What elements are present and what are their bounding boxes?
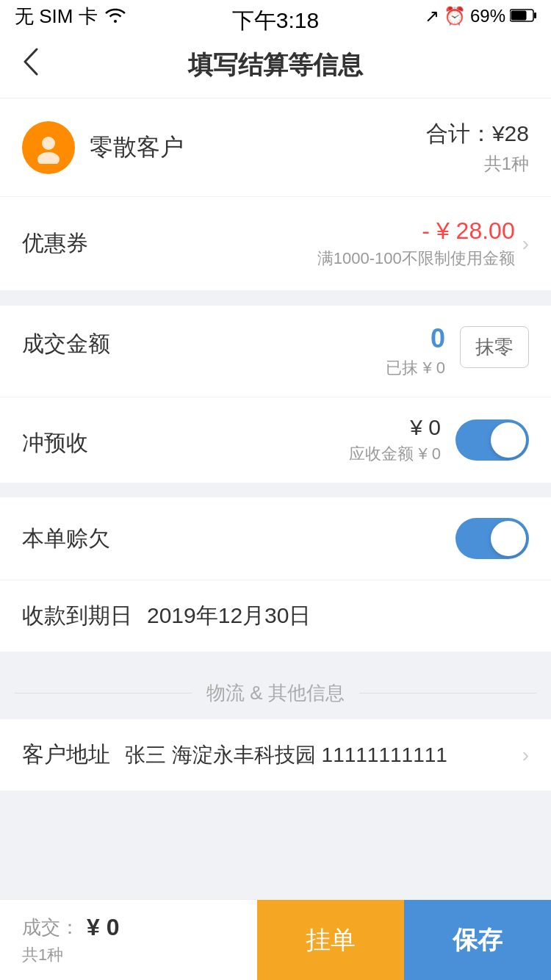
round-button[interactable]: 抹零 bbox=[460, 326, 529, 368]
coupon-right: - ¥ 28.00 满1000-100不限制使用金额 › bbox=[317, 217, 529, 270]
svg-point-4 bbox=[37, 152, 60, 164]
amount-sub: 已抹 ¥ 0 bbox=[386, 357, 445, 379]
duedate-label: 收款到期日 bbox=[22, 601, 132, 631]
coupon-desc: 满1000-100不限制使用金额 bbox=[317, 248, 515, 270]
toggle-knob bbox=[491, 422, 526, 458]
coupon-info: - ¥ 28.00 满1000-100不限制使用金额 bbox=[317, 217, 515, 270]
bottom-trade: 成交： ¥ 0 bbox=[22, 914, 235, 941]
location-icon: ↗ bbox=[425, 6, 439, 26]
main-content: 零散客户 合计：¥28 共1种 优惠券 - ¥ 28.00 满1000-100不… bbox=[0, 98, 551, 879]
customer-row: 零散客户 合计：¥28 共1种 bbox=[0, 98, 551, 196]
transaction-section: 成交金额 0 已抹 ¥ 0 抹零 冲预收 ¥ 0 应收金额 ¥ 0 bbox=[0, 305, 551, 483]
hold-button[interactable]: 挂单 bbox=[257, 900, 404, 981]
coupon-row[interactable]: 优惠券 - ¥ 28.00 满1000-100不限制使用金额 › bbox=[0, 196, 551, 290]
address-row[interactable]: 客户地址 张三 海淀永丰科技园 11111111111 › bbox=[0, 719, 551, 790]
customer-left: 零散客户 bbox=[22, 121, 184, 174]
battery-text: 69% bbox=[470, 6, 505, 26]
coupon-label: 优惠券 bbox=[22, 228, 88, 259]
credit-section: 本单赊欠 收款到期日 2019年12月30日 bbox=[0, 497, 551, 652]
svg-rect-1 bbox=[534, 12, 536, 18]
prereceive-info: ¥ 0 应收金额 ¥ 0 bbox=[349, 415, 441, 465]
divider-3 bbox=[0, 652, 551, 666]
credit-label: 本单赊欠 bbox=[22, 524, 110, 554]
total-amount: 合计：¥28 bbox=[426, 119, 529, 149]
total-count: 共1种 bbox=[426, 152, 529, 176]
customer-right: 合计：¥28 共1种 bbox=[426, 119, 529, 176]
wifi-icon bbox=[105, 5, 126, 28]
svg-rect-2 bbox=[511, 11, 527, 21]
duedate-row[interactable]: 收款到期日 2019年12月30日 bbox=[0, 580, 551, 652]
amount-label: 成交金额 bbox=[22, 323, 110, 359]
carrier-text: 无 SIM 卡 bbox=[15, 4, 98, 29]
nav-bar: 填写结算等信息 bbox=[0, 32, 551, 98]
credit-toggle[interactable] bbox=[455, 518, 529, 559]
address-label: 客户地址 bbox=[22, 740, 110, 770]
page-title: 填写结算等信息 bbox=[66, 48, 485, 82]
bottom-trade-amount: ¥ 0 bbox=[87, 914, 119, 941]
prereceive-amount: ¥ 0 bbox=[349, 415, 441, 440]
amount-value[interactable]: 0 bbox=[386, 323, 445, 354]
amount-row: 成交金额 0 已抹 ¥ 0 抹零 bbox=[0, 305, 551, 397]
credit-toggle-knob bbox=[491, 521, 526, 556]
amount-value-wrap: 0 已抹 ¥ 0 bbox=[386, 323, 445, 379]
avatar bbox=[22, 121, 75, 174]
prereceive-sub: 应收金额 ¥ 0 bbox=[349, 443, 441, 465]
customer-name: 零散客户 bbox=[90, 131, 184, 164]
prereceive-label: 冲预收 bbox=[22, 422, 88, 458]
logistics-divider: 物流 & 其他信息 bbox=[0, 666, 551, 719]
bottom-info: 成交： ¥ 0 共1种 bbox=[0, 914, 257, 966]
divider-2 bbox=[0, 483, 551, 497]
divider-1 bbox=[0, 290, 551, 305]
coupon-amount: - ¥ 28.00 bbox=[317, 217, 515, 245]
save-button[interactable]: 保存 bbox=[404, 900, 551, 981]
back-button[interactable] bbox=[22, 48, 66, 82]
address-chevron-icon: › bbox=[522, 743, 529, 767]
prereceive-toggle[interactable] bbox=[455, 419, 529, 461]
prereceive-right: ¥ 0 应收金额 ¥ 0 bbox=[349, 415, 529, 465]
duedate-content: 收款到期日 2019年12月30日 bbox=[22, 601, 529, 631]
alarm-icon: ⏰ bbox=[444, 6, 466, 26]
chevron-right-icon: › bbox=[522, 232, 529, 256]
logistics-line-right bbox=[359, 693, 536, 693]
address-value: 张三 海淀永丰科技园 11111111111 bbox=[125, 741, 522, 769]
status-time: 下午3:18 bbox=[232, 6, 319, 36]
status-left: 无 SIM 卡 bbox=[15, 4, 126, 29]
logistics-text: 物流 & 其他信息 bbox=[206, 680, 345, 706]
duedate-value: 2019年12月30日 bbox=[147, 601, 311, 631]
bottom-trade-label: 成交： bbox=[22, 915, 79, 940]
status-bar: 无 SIM 卡 下午3:18 ↗ ⏰ 69% bbox=[0, 0, 551, 32]
credit-row: 本单赊欠 bbox=[0, 497, 551, 580]
prereceive-row: 冲预收 ¥ 0 应收金额 ¥ 0 bbox=[0, 397, 551, 483]
address-section: 客户地址 张三 海淀永丰科技园 11111111111 › bbox=[0, 719, 551, 790]
svg-point-3 bbox=[42, 137, 55, 150]
battery-icon bbox=[510, 6, 536, 26]
bottom-bar: 成交： ¥ 0 共1种 挂单 保存 bbox=[0, 899, 551, 980]
logistics-line-left bbox=[15, 693, 192, 693]
customer-section: 零散客户 合计：¥28 共1种 优惠券 - ¥ 28.00 满1000-100不… bbox=[0, 98, 551, 290]
bottom-count: 共1种 bbox=[22, 944, 235, 966]
amount-right: 0 已抹 ¥ 0 抹零 bbox=[386, 323, 529, 379]
status-right: ↗ ⏰ 69% bbox=[425, 6, 536, 26]
